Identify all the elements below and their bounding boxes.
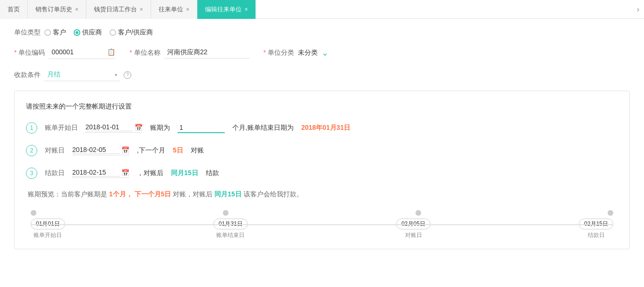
unit-type-group: 单位类型 客户 供应商 客户/供应商: [14, 28, 153, 37]
card-title: 请按照未来的一个完整帐期进行设置: [26, 102, 618, 111]
step-2-label: 对账日: [45, 146, 65, 155]
timeline-dot-0: [31, 210, 36, 216]
step-1-num: 1: [26, 122, 37, 134]
payment-condition-select[interactable]: 月结 ▾: [44, 68, 120, 81]
step-2-row: 2 对账日 📅 ,下一个月 5日 对账: [26, 145, 618, 156]
unit-classify-label: 单位分类: [263, 49, 294, 57]
help-icon[interactable]: ?: [124, 71, 131, 79]
timeline-label-0: 账单开始日: [34, 231, 62, 239]
unit-info-row: 单位编码 📋 单位名称 单位分类 未分类 ⌄: [14, 46, 630, 59]
step-1-end-date: 2018年01月31日: [301, 124, 350, 132]
tab-bar: 首页 销售订单历史 × 钱货日清工作台 × 往来单位 × 编辑往来单位 × ›: [0, 0, 644, 19]
unit-code-input[interactable]: [49, 46, 105, 58]
payment-condition-group: 收款条件 月结 ▾ ?: [14, 68, 131, 81]
unit-code-input-wrapper: 📋: [49, 46, 115, 59]
step-2-suffix-highlight: 5日: [173, 146, 183, 155]
preview-suffix: 该客户会给我打款。: [244, 190, 303, 198]
step-1-date-input[interactable]: [85, 123, 133, 131]
radio-customer-circle: [44, 29, 51, 36]
unit-classify-group: 单位分类 未分类 ⌄: [263, 48, 329, 58]
card-section: 请按照未来的一个完整帐期进行设置 1 账单开始日 📅 账期为 个月,账单结束日期…: [14, 91, 630, 249]
tab-counterparty-close[interactable]: ×: [186, 6, 189, 13]
radio-customer-label: 客户: [53, 28, 66, 37]
unit-code-label: 单位编码: [14, 49, 45, 57]
unit-classify-select[interactable]: 未分类 ⌄: [298, 48, 329, 58]
radio-both[interactable]: 客户/供应商: [110, 28, 153, 37]
payment-condition-dropdown-icon: ▾: [115, 72, 117, 77]
timeline-point-2: 02月05日 对账日: [396, 219, 431, 239]
step-3-suffix-post: 结款: [206, 169, 219, 177]
tab-sales-history-close[interactable]: ×: [75, 6, 78, 13]
step-3-row: 3 结款日 📅 ，对账后 同月15日 结款: [26, 168, 618, 179]
step-1-date-wrapper: 📅: [85, 123, 143, 133]
step-3-suffix-pre: ，对账后: [137, 169, 163, 177]
unit-name-input[interactable]: [164, 47, 249, 59]
main-content: 单位类型 客户 供应商 客户/供应商 单位编码: [0, 19, 644, 287]
tab-cashflow-close[interactable]: ×: [140, 6, 143, 13]
tab-edit-counterparty[interactable]: 编辑往来单位 ×: [197, 0, 256, 19]
tab-counterparty[interactable]: 往来单位 ×: [151, 0, 197, 19]
tab-edit-counterparty-label: 编辑往来单位: [205, 5, 242, 14]
step-3-date-wrapper: 📅: [72, 169, 129, 178]
preview-p2: 下一个月5日: [135, 190, 171, 198]
tab-sales-history-label: 销售订单历史: [35, 5, 72, 14]
timeline-line: [31, 224, 613, 225]
timeline-dot-2: [415, 210, 421, 216]
unit-type-row: 单位类型 客户 供应商 客户/供应商: [14, 28, 630, 37]
timeline-point-0: 01月01日 账单开始日: [31, 219, 65, 239]
timeline-point-3: 02月15日 结款日: [579, 219, 613, 239]
step-1-period-unit: 个月,账单结束日期为: [232, 124, 294, 132]
preview-p3: 同月15日: [214, 190, 242, 198]
radio-supplier-circle: [74, 29, 80, 36]
tab-home[interactable]: 首页: [0, 0, 28, 19]
unit-code-icon[interactable]: 📋: [107, 48, 115, 56]
unit-type-label: 单位类型: [14, 28, 41, 37]
tab-chevron-icon[interactable]: ›: [632, 5, 644, 14]
radio-both-label: 客户/供应商: [118, 28, 153, 37]
preview-p1: 1个月，: [109, 190, 133, 198]
timeline-dot-1: [223, 210, 229, 216]
step-3-num: 3: [26, 168, 37, 179]
step-2-date-wrapper: 📅: [72, 146, 129, 155]
unit-classify-value: 未分类: [298, 49, 318, 57]
step-2-calendar-icon[interactable]: 📅: [121, 146, 129, 154]
step-1-calendar-icon[interactable]: 📅: [135, 124, 143, 131]
radio-customer[interactable]: 客户: [44, 28, 66, 37]
timeline-wrapper: 01月01日 账单开始日 01月31日 账单结束日 02月05日 对账日 02月…: [26, 210, 618, 239]
timeline-dot-3: [608, 210, 613, 216]
preview-prefix: 账期预览：当前客户账期是: [28, 190, 107, 198]
preview-mid: 对账，对账后: [173, 190, 212, 198]
step-2-date-input[interactable]: [72, 146, 119, 154]
unit-name-group: 单位名称: [129, 47, 249, 59]
step-1-period-input[interactable]: [178, 123, 225, 133]
radio-both-circle: [110, 29, 116, 36]
tab-cashflow-label: 钱货日清工作台: [94, 5, 137, 14]
tab-cashflow[interactable]: 钱货日清工作台 ×: [86, 0, 151, 19]
timeline-labels: 01月01日 账单开始日 01月31日 账单结束日 02月05日 对账日 02月…: [31, 219, 613, 239]
payment-condition-value: 月结: [47, 70, 113, 79]
tab-edit-counterparty-close[interactable]: ×: [245, 6, 248, 13]
timeline-label-3: 结款日: [588, 231, 605, 239]
radio-group: 客户 供应商 客户/供应商: [44, 28, 153, 37]
timeline-label-1: 账单结束日: [216, 231, 245, 239]
tab-home-label: 首页: [8, 5, 20, 14]
payment-condition-label: 收款条件: [14, 71, 41, 79]
payment-condition-row: 收款条件 月结 ▾ ?: [14, 68, 630, 81]
tab-sales-history[interactable]: 销售订单历史 ×: [28, 0, 86, 19]
step-3-label: 结款日: [45, 169, 65, 177]
timeline-label-2: 对账日: [405, 231, 422, 239]
step-1-period-label: 账期为: [150, 124, 170, 132]
classify-dropdown-icon[interactable]: ⌄: [322, 48, 329, 58]
radio-supplier[interactable]: 供应商: [74, 28, 102, 37]
step-1-row: 1 账单开始日 📅 账期为 个月,账单结束日期为 2018年01月31日: [26, 122, 618, 134]
unit-name-label: 单位名称: [129, 49, 160, 57]
step-1-label: 账单开始日: [45, 124, 78, 132]
step-3-calendar-icon[interactable]: 📅: [121, 169, 129, 177]
timeline-point-1: 01月31日 账单结束日: [213, 219, 248, 239]
step-3-date-input[interactable]: [72, 169, 119, 177]
unit-code-group: 单位编码 📋: [14, 46, 115, 59]
step-2-suffix-post: 对账: [191, 146, 204, 155]
step-3-suffix-highlight: 同月15日: [171, 169, 198, 177]
preview-text: 账期预览：当前客户账期是 1个月， 下一个月5日 对账，对账后 同月15日 该客…: [26, 190, 618, 199]
radio-supplier-label: 供应商: [82, 28, 102, 37]
